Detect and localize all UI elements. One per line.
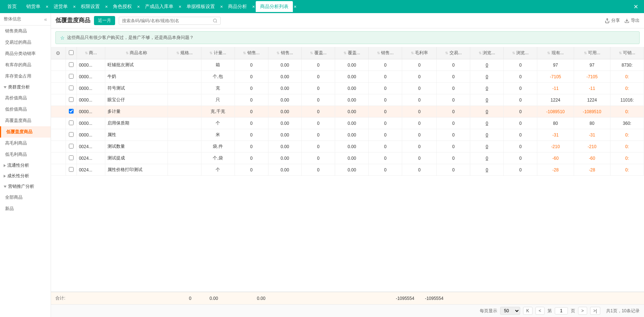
sidebar-item-new-goods[interactable]: 新品	[0, 203, 51, 214]
nav-tab-permission[interactable]: 权限设置 ✕	[76, 1, 108, 12]
nav-analysis-list-close[interactable]: ✕	[294, 5, 297, 9]
sidebar-group-cluster[interactable]: 类群度分析	[0, 82, 51, 92]
row-select-checkbox[interactable]	[69, 109, 74, 114]
row-select-checkbox[interactable]	[69, 155, 74, 160]
filter-recent-month-button[interactable]: 近一月	[94, 16, 115, 25]
row-browse1[interactable]: 0	[470, 129, 504, 141]
per-page-select[interactable]: 50 10 20 100	[500, 307, 520, 315]
nav-purchase-label[interactable]: 进货单	[49, 1, 72, 12]
table-container[interactable]: ⚙ ⇅ 商... ⇅ 商品名称 ⇅ 规格... ⇅ 计量... ⇅ 销售... …	[51, 47, 644, 292]
nav-role-close[interactable]: ✕	[137, 5, 140, 9]
row-current: 1224	[537, 94, 574, 106]
nav-production-label[interactable]: 产成品入库单	[141, 1, 178, 12]
nav-analysis-label[interactable]: 商品分析	[224, 1, 251, 12]
row-checkbox[interactable]	[66, 59, 76, 71]
row-browse1[interactable]: 0	[470, 152, 504, 164]
prev-page-button[interactable]: <	[535, 307, 545, 315]
row-gross: 0	[402, 59, 437, 71]
nav-tab-role[interactable]: 角色授权 ✕	[109, 1, 140, 12]
sidebar-group-circulation[interactable]: 流通性分析	[0, 160, 51, 171]
row-checkbox[interactable]	[66, 118, 76, 129]
search-input[interactable]	[122, 18, 211, 23]
nav-permission-close[interactable]: ✕	[105, 5, 108, 9]
sidebar-item-high-coverage[interactable]: 高覆盖度商品	[0, 115, 51, 126]
sidebar-item-all-goods[interactable]: 全部商品	[0, 192, 51, 203]
nav-permission-label[interactable]: 权限设置	[76, 1, 104, 12]
row-browse1[interactable]: 0	[470, 164, 504, 176]
nav-tab-purchase[interactable]: 进货单 ✕	[49, 1, 76, 12]
sidebar-group-growth[interactable]: 成长性分析	[0, 171, 51, 181]
row-cov1: 0	[302, 152, 335, 164]
nav-production-close[interactable]: ✕	[178, 5, 181, 9]
row-checkbox[interactable]	[66, 129, 76, 141]
row-browse1[interactable]: 0	[470, 118, 504, 129]
sidebar-group-marketing[interactable]: 营销推广分析	[0, 181, 51, 192]
sidebar-item-category-rate[interactable]: 商品分类动销率	[0, 48, 51, 59]
nav-tab-template[interactable]: 单据模板设置 ✕	[182, 1, 223, 12]
row-checkbox[interactable]	[66, 71, 76, 83]
nav-template-close[interactable]: ✕	[220, 5, 223, 9]
sidebar-item-low-value[interactable]: 低价值商品	[0, 104, 51, 115]
nav-analysis-list-label[interactable]: 商品分析列表	[256, 1, 293, 12]
nav-analysis-close[interactable]: ✕	[252, 5, 255, 9]
first-page-button[interactable]: K	[523, 307, 533, 315]
row-browse1[interactable]: 0	[470, 141, 504, 152]
col-settings[interactable]: ⚙	[51, 47, 66, 59]
sidebar-item-traded-goods[interactable]: 交易过的商品	[0, 37, 51, 48]
nav-template-label[interactable]: 单据模板设置	[182, 1, 219, 12]
nav-tab-sales[interactable]: 销货单 ✕	[22, 1, 48, 12]
window-close-icon[interactable]: ✕	[631, 2, 641, 12]
row-code: 0024...	[76, 141, 105, 152]
row-browse1[interactable]: 0	[470, 94, 504, 106]
row-checkbox[interactable]	[66, 94, 76, 106]
nav-tab-production[interactable]: 产成品入库单 ✕	[141, 1, 181, 12]
sidebar-item-low-coverage[interactable]: 低覆盖度商品	[0, 126, 51, 138]
row-code: 0000...	[76, 59, 105, 71]
sidebar-collapse-button[interactable]: «	[44, 16, 47, 22]
row-checkbox[interactable]	[66, 83, 76, 94]
row-cov1: 0	[302, 129, 335, 141]
sidebar-item-stock-goods[interactable]: 有库存的商品	[0, 59, 51, 71]
row-checkbox[interactable]	[66, 106, 76, 118]
nav-tab-analysis-list[interactable]: 商品分析列表 ✕	[256, 1, 297, 12]
share-button[interactable]: 分享	[605, 17, 620, 24]
sidebar-item-high-profit[interactable]: 高毛利商品	[0, 138, 51, 149]
row-checkbox[interactable]	[66, 141, 76, 152]
row-checkbox[interactable]	[66, 152, 76, 164]
nav-home-label[interactable]: 首页	[3, 1, 21, 12]
last-page-button[interactable]: >|	[590, 307, 600, 315]
row-select-checkbox[interactable]	[69, 86, 74, 90]
row-browse1[interactable]: 0	[470, 71, 504, 83]
search-box[interactable]	[119, 17, 221, 25]
row-select-checkbox[interactable]	[69, 62, 74, 67]
row-cov1: 0	[302, 106, 335, 118]
row-sales-x: 0	[369, 118, 402, 129]
export-button[interactable]: 导出	[624, 17, 640, 24]
row-select-checkbox[interactable]	[69, 120, 74, 125]
nav-tab-home[interactable]: 首页	[3, 1, 21, 12]
nav-sales-close[interactable]: ✕	[46, 5, 48, 9]
select-all-checkbox[interactable]	[69, 50, 74, 55]
settings-icon[interactable]: ⚙	[56, 50, 60, 56]
row-select-checkbox[interactable]	[69, 132, 74, 137]
row-select-checkbox[interactable]	[69, 74, 74, 79]
export-label: 导出	[631, 17, 640, 24]
col-checkbox[interactable]	[66, 47, 76, 59]
sidebar-item-capital[interactable]: 库存资金占用	[0, 71, 51, 82]
sidebar-item-high-value[interactable]: 高价值商品	[0, 92, 51, 104]
sidebar-item-sales-goods[interactable]: 销售类商品	[0, 25, 51, 37]
row-browse1[interactable]: 0	[470, 106, 504, 118]
row-browse1[interactable]: 0	[470, 59, 504, 71]
row-checkbox[interactable]	[66, 164, 76, 176]
row-browse1[interactable]: 0	[470, 83, 504, 94]
next-page-button[interactable]: >	[578, 307, 587, 315]
page-input[interactable]	[555, 307, 568, 314]
sidebar-item-low-profit[interactable]: 低毛利商品	[0, 149, 51, 160]
row-select-checkbox[interactable]	[69, 97, 74, 102]
nav-role-label[interactable]: 角色授权	[109, 1, 136, 12]
nav-purchase-close[interactable]: ✕	[73, 5, 76, 9]
row-select-checkbox[interactable]	[69, 167, 74, 172]
nav-tab-analysis[interactable]: 商品分析 ✕	[224, 1, 255, 12]
row-select-checkbox[interactable]	[69, 144, 74, 148]
nav-sales-label[interactable]: 销货单	[22, 1, 45, 12]
